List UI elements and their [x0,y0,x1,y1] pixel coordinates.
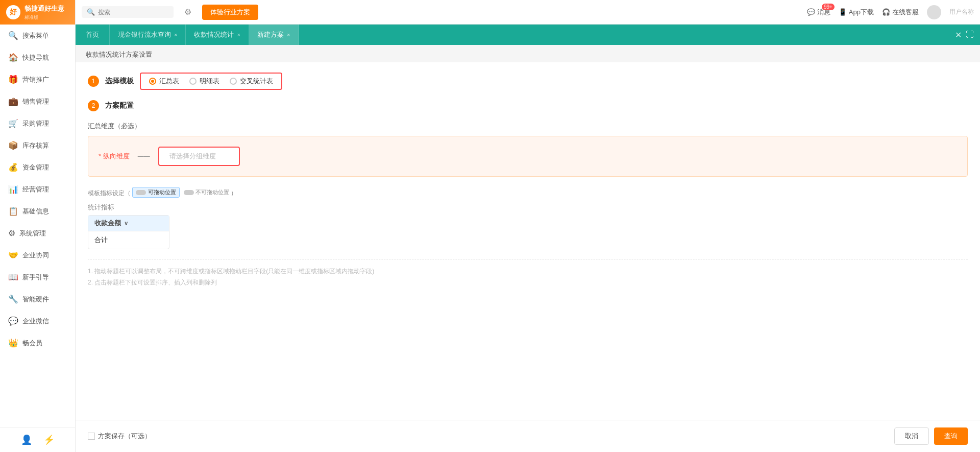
sidebar-item-purchase[interactable]: 🛒 采购管理 [0,112,75,134]
template-selector: 汇总表 明细表 交叉统计表 [140,73,282,90]
sidebar-item-system[interactable]: ⚙ 系统管理 [0,222,75,244]
gift-icon: 🎁 [8,75,18,84]
form-panel: 1 选择模板 汇总表 明细表 交叉统计表 [76,62,980,420]
briefcase-icon: 💼 [8,97,18,106]
sidebar-item-hardware[interactable]: 🔧 智能硬件 [0,288,75,310]
handshake-icon: 🤝 [8,250,18,260]
metrics-title: 模板指标设定（ 可拖动位置 不可拖动位置 ） [88,187,237,198]
message-icon: 💬 [807,8,815,16]
save-label: 方案保存（可选） [98,432,151,441]
sidebar-item-sales[interactable]: 💼 销售管理 [0,90,75,112]
query-button[interactable]: 查询 [934,427,968,445]
non-draggable-toggle [184,190,194,195]
download-icon: 📱 [839,8,847,16]
search-icon: 🔍 [87,8,95,16]
service-button[interactable]: 🎧 在线客服 [882,8,919,17]
tabbar-actions: ✕ ⛶ [955,25,980,45]
dimension-row: * 纵向维度 —— 请选择分组维度 [99,147,957,166]
vertical-dim-label: * 纵向维度 [99,152,130,161]
search-icon: 🔍 [8,31,18,40]
logo-icon: 好 [6,5,20,19]
radio-cross[interactable]: 交叉统计表 [230,77,273,86]
tab-close-icon[interactable]: × [287,32,290,38]
sidebar-item-finance[interactable]: 💰 资金管理 [0,156,75,178]
radio-summary-indicator [149,78,156,85]
cancel-button[interactable]: 取消 [894,427,929,445]
stats-table-header: 收款金额 ∨ [88,216,169,231]
header-label: 收款金额 [94,219,121,228]
step2-label: 方案配置 [105,101,134,110]
money-icon: 💰 [8,162,18,172]
app-edition: 标准版 [24,14,64,21]
lightning-btn[interactable]: ⚡ [39,432,59,448]
app-logo: 好 畅捷通好生意 标准版 [0,0,75,25]
search-bar[interactable]: 🔍 [82,6,174,18]
topbar-right: 💬 消息 99+ 📱 App下载 🎧 在线客服 用户名称 [807,5,974,19]
user-btn[interactable]: 👤 [16,432,37,448]
notification-badge: 99+ [822,4,835,10]
tab-home[interactable]: 首页 [76,25,110,45]
step1-row: 1 选择模板 汇总表 明细表 交叉统计表 [88,73,968,90]
radio-summary[interactable]: 汇总表 [149,77,179,86]
step1-label: 选择模板 [105,77,134,86]
save-checkbox[interactable] [88,433,95,440]
bottom-actions: 取消 查询 [894,427,968,445]
tab-close-icon[interactable]: × [174,32,177,38]
clipboard-icon: 📋 [8,206,18,216]
radio-cross-indicator [230,78,237,85]
content-area: 收款情况统计方案设置 1 选择模板 汇总表 明细表 [76,45,980,452]
notification-button[interactable]: 💬 消息 99+ [807,8,830,17]
sidebar-item-member[interactable]: 👑 畅会员 [0,332,75,354]
sidebar-item-corp[interactable]: 🤝 企业协同 [0,244,75,266]
sidebar-item-guide[interactable]: 📖 新手引导 [0,266,75,288]
radio-detail[interactable]: 明细表 [189,77,219,86]
tab-new-plan[interactable]: 新建方案 × [249,25,299,45]
sidebar-nav: 🔍 搜索菜单 🏠 快捷导航 🎁 营销推广 💼 销售管理 🛒 采购管理 📦 库存核… [0,25,75,427]
app-name: 畅捷通好生意 [24,4,64,13]
tips-section: 1. 拖动标题栏可以调整布局，不可跨维度或指标区域拖动栏目字段(只能在同一维度或… [88,259,968,288]
box-icon: 📦 [8,140,18,150]
step2-row: 2 方案配置 [88,100,968,111]
non-draggable-tag: 不可拖动位置 [184,188,229,196]
draggable-toggle [136,190,146,195]
tab-payment-stats[interactable]: 收款情况统计 × [186,25,249,45]
download-button[interactable]: 📱 App下载 [839,8,874,17]
sidebar-item-search[interactable]: 🔍 搜索菜单 [0,25,75,46]
wrench-icon: 🔧 [8,294,18,304]
save-option[interactable]: 方案保存（可选） [88,432,151,441]
settings-button[interactable]: ⚙ [180,4,196,20]
user-name: 用户名称 [949,8,974,16]
search-input[interactable] [98,9,164,16]
draggable-tag: 可拖动位置 [132,187,180,198]
sidebar-footer: 👤 ⚡ [0,427,75,452]
topbar: 🔍 ⚙ 体验行业方案 💬 消息 99+ 📱 App下载 🎧 在线客服 用户名称 [76,0,980,25]
main-content: 🔍 ⚙ 体验行业方案 💬 消息 99+ 📱 App下载 🎧 在线客服 用户名称 [76,0,980,452]
industry-button[interactable]: 体验行业方案 [202,5,258,20]
maximize-icon[interactable]: ⛶ [966,30,974,39]
tip2: 2. 点击标题栏下拉可设置排序、插入列和删除列 [88,277,968,289]
stats-total-cell: 合计 [88,231,169,249]
dim-arrow: —— [138,153,150,160]
crown-icon: 👑 [8,338,18,348]
stats-indicator-label: 统计指标 [88,203,968,212]
step1-badge: 1 [88,76,99,87]
tab-bank-flow[interactable]: 现金银行流水查询 × [110,25,186,45]
radio-detail-indicator [189,78,197,85]
book-icon: 📖 [8,272,18,282]
stats-header-row[interactable]: 收款金额 ∨ [94,219,163,228]
dimension-grid: * 纵向维度 —— 请选择分组维度 [88,136,968,177]
service-icon: 🎧 [882,8,890,16]
sidebar-item-inventory[interactable]: 📦 库存核算 [0,134,75,156]
stats-table: 收款金额 ∨ 合计 [88,215,169,249]
sidebar-item-marketing[interactable]: 🎁 营销推广 [0,68,75,90]
sidebar-item-base[interactable]: 📋 基础信息 [0,200,75,222]
sidebar-item-management[interactable]: 📊 经营管理 [0,178,75,200]
gear-icon: ⚙ [8,228,15,238]
sidebar-item-wechat[interactable]: 💬 企业微信 [0,310,75,332]
metrics-section: 模板指标设定（ 可拖动位置 不可拖动位置 ） 统计指标 [88,187,968,249]
sidebar-item-home[interactable]: 🏠 快捷导航 [0,46,75,68]
tab-close-icon[interactable]: × [237,32,240,38]
close-window-icon[interactable]: ✕ [955,30,962,40]
bottom-bar: 方案保存（可选） 取消 查询 [76,420,980,452]
group-dim-select[interactable]: 请选择分组维度 [158,147,240,166]
